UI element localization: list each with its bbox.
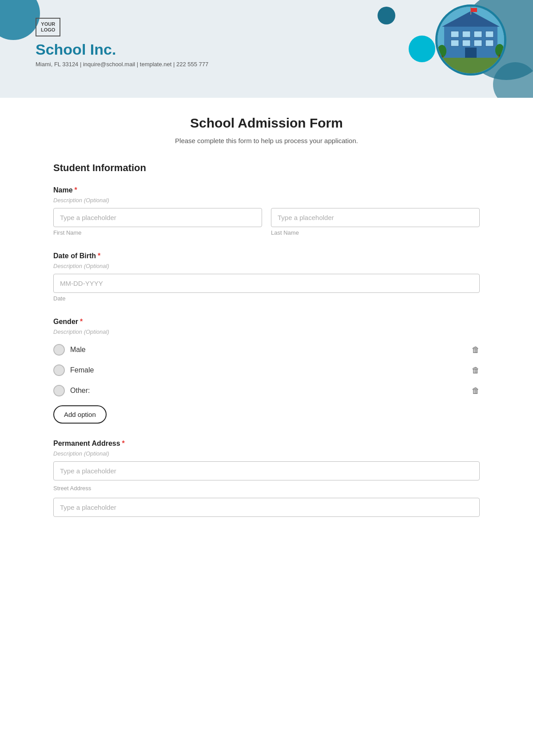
name-label: Name* [53, 186, 480, 194]
first-name-col: First Name [53, 208, 262, 236]
delete-other-icon[interactable]: 🗑 [472, 386, 480, 396]
dob-field-group: Date of Birth* Description (Optional) Da… [53, 252, 480, 302]
address-line2-input[interactable] [53, 498, 480, 517]
dob-input[interactable] [53, 274, 480, 293]
school-info: Miami, FL 33124 | inquire@school.mail | … [36, 61, 497, 68]
svg-rect-9 [462, 40, 470, 46]
svg-rect-10 [474, 40, 482, 46]
svg-rect-18 [471, 8, 477, 12]
permanent-address-field-group: Permanent Address* Description (Optional… [53, 440, 480, 517]
main-content: School Admission Form Please complete th… [0, 98, 533, 551]
gender-field-group: Gender* Description (Optional) Male 🗑 Fe… [53, 318, 480, 424]
gender-option-female: Female 🗑 [53, 360, 480, 380]
section-student-title: Student Information [53, 162, 480, 174]
svg-rect-12 [465, 48, 477, 58]
radio-left-other: Other: [53, 385, 90, 396]
svg-rect-6 [474, 31, 482, 37]
school-photo [435, 4, 506, 76]
first-name-input[interactable] [53, 208, 262, 227]
dob-required-star: * [98, 252, 100, 260]
permanent-address-label: Permanent Address* [53, 440, 480, 448]
svg-rect-7 [485, 31, 493, 37]
radio-left-female: Female [53, 364, 94, 376]
dob-sublabel: Date [53, 295, 480, 302]
delete-female-icon[interactable]: 🗑 [472, 366, 480, 375]
form-title: School Admission Form [53, 116, 480, 131]
last-name-sublabel: Last Name [271, 229, 480, 236]
street-address-input[interactable] [53, 461, 480, 480]
school-building-svg [438, 7, 504, 73]
dob-description: Description (Optional) [53, 263, 480, 269]
add-option-button[interactable]: Add option [53, 405, 107, 424]
name-description: Description (Optional) [53, 197, 480, 204]
logo-box: YOUR LOGO [36, 18, 60, 36]
radio-male[interactable] [53, 344, 65, 356]
delete-male-icon[interactable]: 🗑 [472, 345, 480, 355]
radio-other[interactable] [53, 385, 65, 396]
last-name-col: Last Name [271, 208, 480, 236]
decor-circle-right-medium [409, 36, 435, 62]
svg-rect-16 [499, 55, 501, 58]
gender-description: Description (Optional) [53, 328, 480, 335]
form-subtitle: Please complete this form to help us pro… [53, 137, 480, 144]
gender-required-star: * [80, 318, 83, 325]
name-row: First Name Last Name [53, 208, 480, 236]
svg-point-15 [495, 44, 504, 56]
header-right [435, 4, 506, 76]
gender-label: Gender* [53, 318, 480, 326]
svg-rect-14 [441, 56, 443, 59]
radio-male-label: Male [70, 346, 86, 354]
first-name-sublabel: First Name [53, 229, 262, 236]
gender-option-male: Male 🗑 [53, 340, 480, 360]
svg-rect-5 [462, 31, 470, 37]
street-address-sublabel: Street Address [53, 485, 480, 492]
decor-circle-top-left [0, 0, 40, 40]
radio-female-label: Female [70, 366, 94, 374]
logo-line1: YOUR [41, 21, 55, 27]
name-field-group: Name* Description (Optional) First Name … [53, 186, 480, 236]
radio-left-male: Male [53, 344, 86, 356]
dob-label: Date of Birth* [53, 252, 480, 260]
logo-line2: LOGO [41, 27, 55, 32]
svg-point-13 [438, 45, 446, 57]
svg-rect-11 [485, 40, 493, 46]
name-required-star: * [75, 186, 77, 194]
svg-rect-4 [451, 31, 459, 37]
last-name-input[interactable] [271, 208, 480, 227]
radio-other-label: Other: [70, 387, 90, 395]
school-photo-placeholder [438, 7, 504, 73]
svg-rect-1 [438, 56, 504, 73]
svg-rect-8 [451, 40, 459, 46]
radio-female[interactable] [53, 364, 65, 376]
address-description: Description (Optional) [53, 450, 480, 457]
address-required-star: * [122, 440, 125, 447]
page-header: YOUR LOGO School Inc. Miami, FL 33124 | … [0, 0, 533, 98]
gender-option-other: Other: 🗑 [53, 380, 480, 401]
